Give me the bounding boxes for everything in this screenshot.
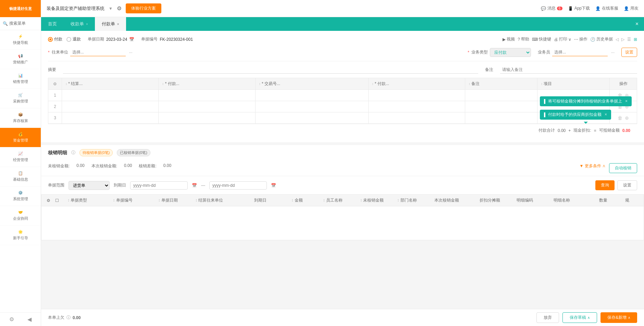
tooltip1-close[interactable]: × [625,99,628,104]
form-settings-button[interactable]: 设置 [621,48,637,57]
radio-payment[interactable]: 付款 [48,36,62,42]
cell-2-4[interactable] [368,101,465,112]
cell-1-1[interactable] [62,90,159,101]
sort-icon-ur: ↕ [360,198,362,203]
history-btn[interactable]: 🕐 历史单据 [590,36,613,42]
detail-gear-icon: ⚙ [47,198,50,203]
header-settings-icon[interactable]: ⚙ [117,5,122,12]
radio-refund[interactable]: 退款 [66,36,81,42]
radio-payment-label: 付款 [54,36,62,42]
print-btn[interactable]: 🖨 打印 ∨ [554,36,571,42]
tab-payment[interactable]: 付款单 × [95,17,126,31]
help-btn[interactable]: ? 帮助 [518,36,529,42]
filter-settings-button[interactable]: 设置 [617,180,637,190]
sidebar-item-sales[interactable]: 📊 销售管理 [0,69,41,89]
nav-next-icon[interactable]: ▷ [621,37,624,42]
message-label: 消息 [547,5,556,11]
query-button[interactable]: 查询 [595,180,615,190]
staff-more[interactable]: ··· [611,50,615,55]
remark-row: 摘要 备注 [48,65,637,74]
tab-close-all[interactable]: × [635,21,644,27]
cell-2-5[interactable] [465,101,537,112]
detail-th-gear[interactable]: ⚙ [41,198,55,203]
sidebar-item-purchase[interactable]: 🛒 采购管理 [0,89,41,108]
calendar-icon-1[interactable]: 📅 [192,183,197,188]
calendar-icon-2[interactable]: 📅 [271,183,276,188]
video-label: 视频 [507,36,515,42]
cell-3-1[interactable] [62,112,159,124]
sidebar-item-marketing[interactable]: 📢 营销推广 [0,50,41,69]
done-tag[interactable]: 已核销单据(0笔) [117,149,150,156]
cell-3-5[interactable] [465,112,537,124]
user-menu-button[interactable]: 👤 用友 [624,5,639,11]
cell-3-3[interactable] [255,112,368,124]
sidebar-item-tutorial[interactable]: 🌟 新手引导 [0,226,41,245]
nav-prev-icon[interactable]: ◁ [616,37,619,42]
sales-label: 销售管理 [13,79,28,84]
trial-button[interactable]: 体验行业方案 [126,3,161,13]
due-date-end-input[interactable] [209,181,267,190]
cell-1-4[interactable] [368,90,465,101]
tab-receipt-close[interactable]: × [86,22,88,26]
list-icon[interactable]: ☰ [627,37,631,42]
video-btn[interactable]: ▶ 视频 [503,36,515,42]
save-draft-button[interactable]: 保存草稿 ∧ [562,312,597,323]
cell-2-3[interactable] [255,101,368,112]
section-info-icon[interactable]: ⓘ [71,150,75,156]
pending-tag[interactable]: 待核销单据(0笔) [79,149,113,156]
help-label: 帮助 [521,36,529,42]
sidebar-item-operations[interactable]: 📈 经营管理 [0,147,41,167]
operation-btn[interactable]: ⋯ 操作 [574,36,587,42]
detail-th-qty: 数量 [597,197,623,203]
save-new-button[interactable]: 保存&新增 ∧ [600,312,637,323]
shortcut-btn[interactable]: ⌨ 快捷键 [532,36,551,42]
tab-home[interactable]: 首页 [41,17,64,31]
sidebar-item-basic-info[interactable]: 📋 基础信息 [0,167,41,186]
sort-icon-du: ↕ [195,198,197,203]
remark-input[interactable] [500,66,637,74]
auto-settle-button[interactable]: 自动核销 [609,163,637,173]
message-button[interactable]: 💬 消息 6 [541,5,562,11]
sidebar-bottom-icon1[interactable]: ⚙ [9,316,14,323]
sidebar-item-finance[interactable]: 💰 资金管理 [0,128,41,147]
detail-th-check[interactable]: ☐ [55,198,65,203]
cell-3-4[interactable] [368,112,465,124]
cell-1-5[interactable] [465,90,537,101]
from-unit-required: * [48,50,50,55]
app-download-button[interactable]: 📱 App下载 [568,5,590,11]
sidebar-item-quicknav[interactable]: ⚡ 快捷导航 [0,30,41,50]
due-date-start-input[interactable] [130,181,188,190]
sidebar-item-enterprise[interactable]: 🤝 企业协同 [0,206,41,226]
th-gear[interactable]: ⚙ [48,78,62,90]
tooltip2-close[interactable]: × [605,112,607,117]
online-service-button[interactable]: 👤 在线客服 [595,5,618,11]
grid-icon[interactable]: ⊞ [634,37,637,42]
online-service-label: 在线客服 [602,5,618,11]
info-icon[interactable]: ⓘ [66,315,71,321]
tab-receipt[interactable]: 收款单 × [64,17,95,31]
sidebar-item-system[interactable]: ⚙️ 系统管理 [0,186,41,206]
sidebar-item-search[interactable]: 🔍 搜索菜单 [0,17,41,30]
more-filter-btn[interactable]: ▼ 更多条件 ∧ [579,163,606,173]
cell-3-2[interactable] [159,112,255,124]
expand-icon[interactable]: ▼ [109,6,113,11]
cash-discount-label: 现金折扣: [573,128,591,133]
summary-label: 摘要 [48,67,56,73]
cell-1-2[interactable] [159,90,255,101]
tab-payment-close[interactable]: × [117,22,119,26]
detail-th-doc-type: ↕ 单据类型 [65,197,111,203]
cell-2-2[interactable] [159,101,255,112]
range-select[interactable]: 进货单 [69,181,110,190]
abandon-button[interactable]: 放弃 [536,312,559,323]
available-cash-label: 可抵销金额 [599,128,620,133]
sidebar-item-inventory[interactable]: 📦 库存核算 [0,108,41,128]
sidebar-bottom-icon2[interactable]: ◀ [27,316,32,323]
quicknav-label: 快捷导航 [13,40,28,45]
cell-2-1[interactable] [62,101,159,112]
from-unit-input[interactable] [70,48,126,56]
calendar-icon[interactable]: 📅 [129,37,134,42]
from-unit-more[interactable]: ··· [129,50,133,55]
biz-type-select[interactable]: 应付款 [490,48,531,57]
staff-input[interactable] [552,48,608,56]
cell-1-3[interactable] [255,90,368,101]
